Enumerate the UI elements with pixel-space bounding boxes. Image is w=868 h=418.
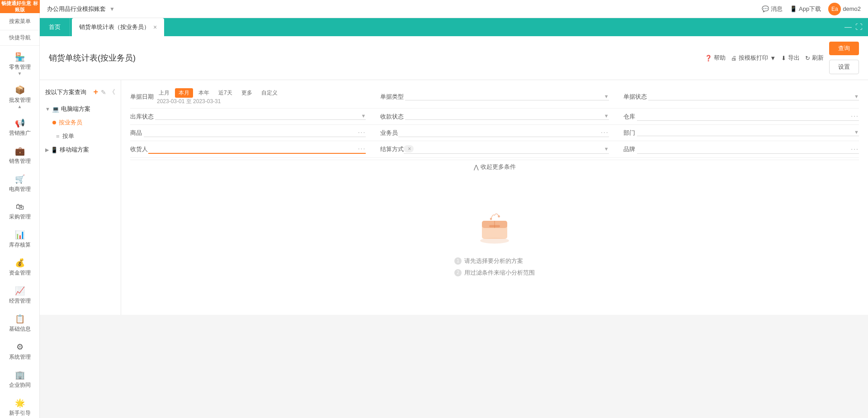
sidebar-item-basic[interactable]: 📋 基础信息 xyxy=(0,309,39,337)
page-title-actions: ❓ 帮助 🖨 按模板打印 ▼ ⬇ 导出 ↻ 刷新 查询 xyxy=(705,42,859,74)
payment-method-dropdown[interactable]: × ▼ xyxy=(404,145,609,154)
sidebar-search-section[interactable]: 搜索菜单 xyxy=(0,13,39,30)
sidebar-item-retail-label: 零售管理 xyxy=(9,63,31,71)
tab-home[interactable]: 首页 xyxy=(40,18,70,36)
scheme-active-dot xyxy=(52,121,56,124)
receive-status-dropdown[interactable]: ▼ xyxy=(405,113,609,120)
messages-btn[interactable]: 💬 消息 xyxy=(762,5,783,13)
svg-point-6 xyxy=(498,215,500,218)
payment-badge: × xyxy=(404,145,414,152)
collapse-btn[interactable]: ⋀ 收起更多条件 xyxy=(130,160,859,174)
tab-minimize-icon[interactable]: — xyxy=(844,23,852,31)
sidebar-item-finance-label: 资金管理 xyxy=(9,269,31,277)
refresh-icon: ↻ xyxy=(805,55,810,62)
scheme-sidebar-actions: + ✎ 《 xyxy=(93,87,115,97)
doc-type-caret-icon: ▼ xyxy=(604,94,609,99)
scheme-edit-icon[interactable]: ✎ xyxy=(101,89,106,96)
scheme-item-by-salesperson[interactable]: 按业务员 xyxy=(40,116,121,129)
product-dots-icon: ··· xyxy=(358,128,366,136)
date-tab-custom[interactable]: 自定义 xyxy=(258,88,281,98)
settings-button[interactable]: 设置 xyxy=(829,60,859,74)
filter-receive-status-cell: 收款状态 ▼ xyxy=(373,109,616,125)
scheme-mobile-label: 移动端方案 xyxy=(60,146,89,154)
template-print-btn[interactable]: 🖨 按模板打印 ▼ xyxy=(731,54,776,62)
doc-status-dropdown[interactable]: ▼ xyxy=(648,94,859,100)
consignee-input[interactable]: ··· xyxy=(148,145,366,154)
salesperson-input[interactable]: ··· xyxy=(398,128,609,137)
sidebar-item-wholesale[interactable]: 📦 批发管理 ▲ xyxy=(0,81,39,114)
date-tab-more[interactable]: 更多 xyxy=(238,88,256,98)
date-tab-this-year[interactable]: 本年 xyxy=(195,88,213,98)
department-dropdown[interactable]: ▼ xyxy=(637,129,859,136)
page-title: 销货单统计表(按业务员) xyxy=(49,52,136,63)
date-tab-last-month[interactable]: 上月 xyxy=(155,88,173,98)
tip-text-2: 用过滤条件来缩小分析范围 xyxy=(464,267,535,279)
product-input[interactable]: ··· xyxy=(144,128,366,137)
sidebar-item-marketing[interactable]: 📢 营销推广 xyxy=(0,114,39,142)
date-label: 单据日期 xyxy=(130,93,155,101)
refresh-btn[interactable]: ↻ 刷新 xyxy=(805,54,824,62)
date-tab-this-month[interactable]: 本月 xyxy=(175,88,193,98)
payment-badge-close-icon[interactable]: × xyxy=(408,146,411,152)
help-btn[interactable]: ❓ 帮助 xyxy=(705,54,726,62)
user-profile-btn[interactable]: Ea demo2 xyxy=(828,3,861,15)
app-download-btn[interactable]: 📱 App下载 xyxy=(790,5,821,13)
scheme-subitem-by-order[interactable]: ≡ 按单 xyxy=(40,129,121,143)
filter-row-2: 出库状态 ▼ 收款状态 ▼ 仓库 xyxy=(130,109,859,125)
sidebar-logo: 畅捷通好生意 标账版 xyxy=(0,0,40,13)
header-dropdown-icon[interactable]: ▼ xyxy=(109,6,115,12)
tab-close-icon[interactable]: × xyxy=(153,24,157,31)
filter-warehouse-cell: 仓库 ··· xyxy=(616,109,859,125)
filter-product-cell: 商品 ··· xyxy=(130,125,373,141)
sidebar-item-inventory-label: 库存核算 xyxy=(9,241,31,249)
scheme-collapse-icon[interactable]: 《 xyxy=(109,88,115,96)
empty-tips: 1 请先选择要分析的方案 2 用过滤条件来缩小分析范围 xyxy=(454,255,535,279)
sidebar-item-ecommerce-label: 电商管理 xyxy=(9,185,31,193)
tab-home-label: 首页 xyxy=(49,23,61,31)
doc-type-dropdown[interactable]: ▼ xyxy=(405,94,609,100)
empty-tip-2: 2 用过滤条件来缩小分析范围 xyxy=(454,267,535,279)
filter-doc-type-cell: 单据类型 ▼ xyxy=(373,86,616,109)
out-status-caret-icon: ▼ xyxy=(361,113,366,119)
date-tab-7days[interactable]: 近7天 xyxy=(215,88,236,98)
search-menu-label[interactable]: 搜索菜单 xyxy=(9,18,31,25)
scheme-add-icon[interactable]: + xyxy=(93,87,98,97)
sidebar-item-operations[interactable]: 📈 经营管理 xyxy=(0,281,39,309)
sidebar-item-newbie[interactable]: 🌟 新手引导 xyxy=(0,394,39,418)
export-btn[interactable]: ⬇ 导出 xyxy=(781,54,800,62)
refresh-label: 刷新 xyxy=(812,54,824,62)
sidebar-item-finance[interactable]: 💰 资金管理 xyxy=(0,253,39,281)
download-icon: 📱 xyxy=(790,5,797,12)
sidebar-quicknav-section[interactable]: 快捷导航 xyxy=(0,30,39,46)
salesperson-label: 业务员 xyxy=(380,129,398,137)
retail-arrow-icon: ▼ xyxy=(18,71,22,76)
sidebar-item-system-label: 系统管理 xyxy=(9,353,31,361)
retail-icon: 🏪 xyxy=(15,52,25,62)
warehouse-input[interactable]: ··· xyxy=(637,112,859,121)
tab-sales-stat[interactable]: 销货单统计表（按业务员） × xyxy=(72,18,164,36)
filter-payment-method-cell: 结算方式 × ▼ xyxy=(373,141,616,158)
sidebar-item-retail[interactable]: 🏪 零售管理 ▼ xyxy=(0,48,39,81)
top-header-left: 办公用品行业模拟账套 ▼ xyxy=(47,5,115,13)
avatar-text: Ea xyxy=(831,6,838,12)
sidebar-item-system[interactable]: ⚙ 系统管理 xyxy=(0,337,39,366)
messages-label: 消息 xyxy=(771,5,783,13)
sidebar-item-ecommerce[interactable]: 🛒 电商管理 xyxy=(0,170,39,198)
filter-salesperson-cell: 业务员 ··· xyxy=(373,125,616,141)
tip-num-2: 2 xyxy=(454,269,462,276)
brand-input[interactable]: ··· xyxy=(637,145,859,154)
date-range-value: 2023-03-01 至 2023-03-31 xyxy=(157,98,366,105)
sidebar-item-purchase[interactable]: 🛍 采购管理 xyxy=(0,198,39,225)
quicknav-label[interactable]: 快捷导航 xyxy=(9,34,31,42)
sidebar-item-enterprise[interactable]: 🏢 企业协同 xyxy=(0,366,39,394)
sidebar-item-inventory[interactable]: 📊 库存核算 xyxy=(0,225,39,253)
payment-method-label: 结算方式 xyxy=(380,145,404,153)
sidebar-item-sales[interactable]: 💼 销售管理 xyxy=(0,142,39,170)
out-status-dropdown[interactable]: ▼ xyxy=(155,113,366,120)
query-button[interactable]: 查询 xyxy=(829,42,859,55)
scheme-group-mobile-header[interactable]: ▶ 📱 移动端方案 xyxy=(40,143,121,157)
tab-maximize-icon[interactable]: ⛶ xyxy=(855,23,863,31)
page-title-bar: 销货单统计表(按业务员) ❓ 帮助 🖨 按模板打印 ▼ ⬇ 导出 ↻ 刷新 xyxy=(40,36,868,80)
scheme-sidebar: 按以下方案查询 + ✎ 《 ▼ 💻 电脑端方案 xyxy=(40,80,121,315)
scheme-group-pc-header[interactable]: ▼ 💻 电脑端方案 xyxy=(40,102,121,116)
